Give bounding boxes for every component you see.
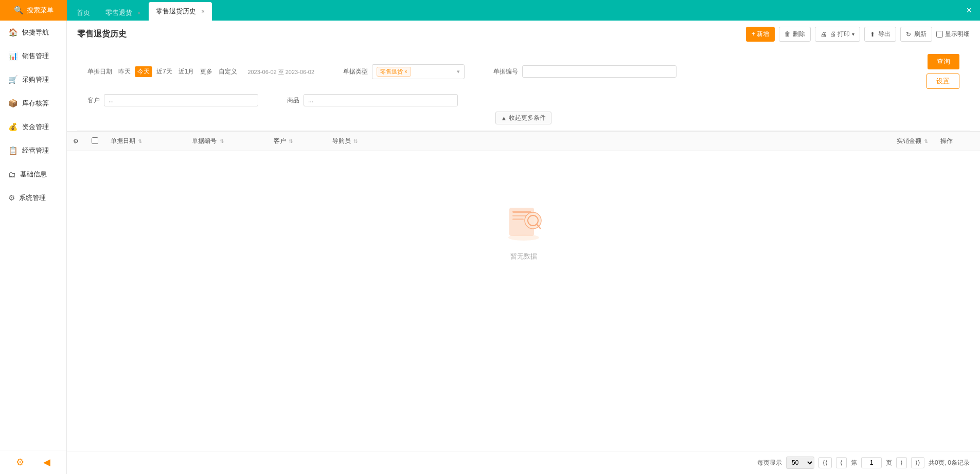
pagination-total: 共0页, 0条记录 [929,459,970,467]
finance-icon: 💰 [8,122,18,132]
number-filter-label: 单据编号 [493,67,518,76]
set-button[interactable]: 设置 [926,74,959,89]
search-menu-btn[interactable]: 🔍 搜索菜单 [14,6,54,15]
date-filter-options: 昨天 今天 近7天 近1月 更多 自定义 [116,66,239,77]
export-button[interactable]: ⬆ 导出 [864,27,896,42]
empty-text: 暂无数据 [510,252,537,261]
top-bar-right: × [962,5,980,16]
date-1month[interactable]: 近1月 [176,66,197,77]
date-yesterday[interactable]: 昨天 [116,66,133,77]
main-layout: 🏠 快捷导航 📊 销售管理 🛒 采购管理 📦 库存核算 💰 资金管理 📋 经营管… [0,21,980,474]
tab-home[interactable]: 首页 [69,5,97,21]
search-icon: 🔍 [14,6,24,15]
export-icon: ⬆ [870,31,875,38]
sidebar-home-label: 快捷导航 [22,28,49,37]
action-buttons: 查询 设置 [926,54,959,89]
sort-customer-icon: ⇅ [289,138,293,144]
sidebar-item-inventory[interactable]: 📦 库存核算 [0,92,66,115]
sidebar-item-system[interactable]: ⚙ 系统管理 [0,186,66,210]
number-filter-item: 单据编号 [493,65,676,78]
sidebar-purchase-label: 采购管理 [22,75,49,84]
sidebar-item-purchase[interactable]: 🛒 采购管理 [0,68,66,92]
sidebar-item-operations[interactable]: 📋 经营管理 [0,139,66,162]
th-number[interactable]: 单据编号 ⇅ [186,132,267,151]
tab-retail-return-history-close[interactable]: × [201,8,204,14]
date-range-text: 2023-06-02 至 2023-06-02 [247,68,314,76]
th-amount[interactable]: 实销金额 ⇅ [852,132,934,151]
show-detail-input[interactable] [936,31,943,38]
print-icon: 🖨 [821,31,827,38]
empty-row: 暂无数据 [67,151,980,303]
purchase-icon: 🛒 [8,75,18,84]
delete-button[interactable]: 🗑 删除 [779,27,810,42]
per-page-select[interactable]: 50 100 200 [786,457,814,469]
page-title-row: 零售退货历史 + 新增 🗑 删除 🖨 🖨 打印 ▾ ⬆ 导出 ↻ [77,27,970,42]
sidebar-item-home[interactable]: 🏠 快捷导航 [0,21,66,44]
table-settings-icon[interactable]: ⚙ [73,138,79,145]
sidebar-inventory-label: 库存核算 [22,99,49,108]
svg-rect-4 [512,218,524,220]
first-page-btn[interactable]: ⟨⟨ [818,457,832,468]
type-tag-value: 零售退货 [380,68,403,76]
search-menu-label: 搜索菜单 [27,6,54,15]
new-button[interactable]: + 新增 [746,27,775,42]
empty-illustration [498,192,549,244]
th-customer[interactable]: 客户 ⇅ [268,132,326,151]
th-settings[interactable]: ⚙ [67,132,85,151]
tab-retail-return-history-label: 零售退货历史 [156,7,196,16]
window-close-btn[interactable]: × [966,5,972,16]
goods-filter-input[interactable] [304,94,458,106]
query-button[interactable]: 查询 [928,54,959,69]
show-detail-checkbox[interactable]: 显示明细 [936,30,970,39]
type-tag: 零售退货 × [377,67,411,77]
type-filter-item: 单据类型 零售退货 × ▾ [343,64,465,79]
sort-date-icon: ⇅ [138,138,142,144]
toolbar: + 新增 🗑 删除 🖨 🖨 打印 ▾ ⬆ 导出 ↻ 刷新 [746,27,970,42]
next-page-btn[interactable]: ⟩ [896,457,907,468]
content-area: 零售退货历史 + 新增 🗑 删除 🖨 🖨 打印 ▾ ⬆ 导出 ↻ [67,21,980,474]
th-date[interactable]: 单据日期 ⇅ [104,132,186,151]
type-filter-select[interactable]: 零售退货 × ▾ [372,64,465,79]
customer-filter-input[interactable] [104,94,258,106]
type-tag-remove[interactable]: × [404,69,407,75]
date-more[interactable]: 更多 [198,66,215,77]
print-dropdown-icon: ▾ [852,31,854,37]
page-input[interactable] [861,457,882,468]
sidebar-item-finance[interactable]: 💰 资金管理 [0,115,66,139]
tab-retail-return[interactable]: 零售退货 × [98,5,148,21]
sidebar-item-sales[interactable]: 📊 销售管理 [0,44,66,68]
page-title: 零售退货历史 [77,29,127,40]
data-table: ⚙ 单据日期 ⇅ 单据编号 ⇅ [67,132,980,302]
type-dropdown-icon: ▾ [457,68,460,75]
collapse-filter-btn[interactable]: ▲ 收起更多条件 [495,112,552,124]
table-header-row: ⚙ 单据日期 ⇅ 单据编号 ⇅ [67,132,980,151]
collapse-sidebar-icon[interactable]: ◀ [43,457,50,468]
select-all-checkbox[interactable] [92,137,98,144]
filter-row-1: 单据日期 昨天 今天 近7天 近1月 更多 自定义 2023-06-02 至 2… [87,54,959,89]
prev-page-btn[interactable]: ⟨ [836,457,847,468]
customer-filter-label: 客户 [87,96,100,105]
date-filter-label: 单据日期 [87,67,112,76]
top-bar: 🔍 搜索菜单 首页 零售退货 × 零售退货历史 × × [0,0,980,21]
search-menu-area[interactable]: 🔍 搜索菜单 [0,0,67,21]
th-guide[interactable]: 导购员 ⇅ [326,132,396,151]
tab-retail-return-history[interactable]: 零售退货历史 × [149,2,211,21]
number-filter-input[interactable] [522,65,676,78]
goods-filter-label: 商品 [287,96,299,105]
goods-filter-item: 商品 [287,94,458,106]
page-prefix: 第 [851,459,857,467]
type-filter-label: 单据类型 [343,67,368,76]
date-7days[interactable]: 近7天 [154,66,174,77]
settings-bottom-icon[interactable]: ⚙ [16,457,24,468]
date-today[interactable]: 今天 [135,66,152,77]
tab-retail-return-close[interactable]: × [137,10,140,16]
show-detail-label: 显示明细 [945,30,970,39]
date-custom[interactable]: 自定义 [217,66,239,77]
refresh-button[interactable]: ↻ 刷新 [900,27,932,42]
sidebar: 🏠 快捷导航 📊 销售管理 🛒 采购管理 📦 库存核算 💰 资金管理 📋 经营管… [0,21,67,474]
print-button[interactable]: 🖨 🖨 打印 ▾ [815,27,860,42]
sidebar-item-basicinfo[interactable]: 🗂 基础信息 [0,162,66,186]
svg-rect-3 [512,215,527,216]
th-checkbox[interactable] [85,132,104,151]
last-page-btn[interactable]: ⟩⟩ [911,457,924,468]
